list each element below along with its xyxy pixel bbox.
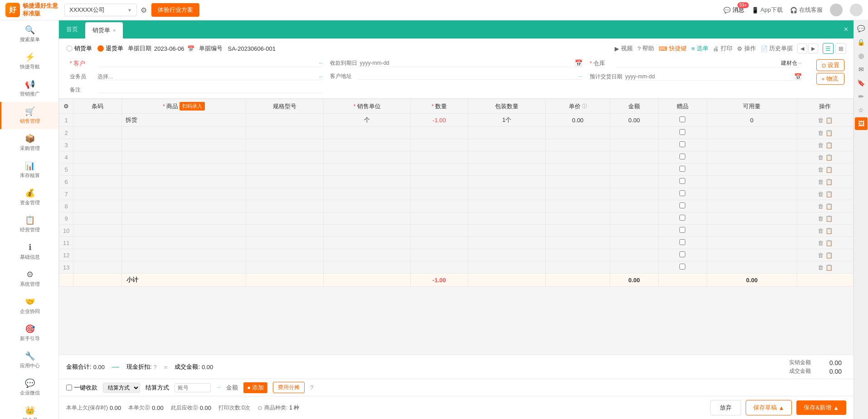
sidebar-item-marketing[interactable]: 📢 营销推广 [0, 75, 58, 102]
delete-icon[interactable]: 🗑 [818, 178, 824, 185]
cell-spec[interactable] [246, 176, 324, 188]
cell-unit[interactable] [324, 127, 411, 139]
sidebar-item-sales[interactable]: 🛒 销售管理 [0, 102, 58, 129]
gift-checkbox[interactable] [679, 251, 685, 257]
cell-amount[interactable] [610, 200, 659, 212]
cell-product[interactable] [122, 212, 246, 225]
salesperson-input[interactable] [97, 73, 318, 80]
discard-button[interactable]: 放弃 [710, 400, 741, 415]
cell-amount[interactable] [610, 127, 659, 139]
cell-gift[interactable] [658, 261, 707, 274]
cell-qty[interactable] [410, 151, 468, 164]
cell-barcode[interactable] [73, 212, 122, 225]
tab-sales-order[interactable]: 销货单 × [85, 22, 123, 39]
right-panel-btn-1[interactable]: 💬 [855, 22, 868, 35]
right-panel-btn-6[interactable]: ✏ [855, 90, 868, 103]
gift-checkbox[interactable] [679, 227, 685, 233]
cell-barcode[interactable] [73, 139, 122, 151]
cell-gift[interactable] [658, 188, 707, 200]
cell-unit[interactable] [324, 164, 411, 176]
cell-spec[interactable] [246, 164, 324, 176]
cell-spec[interactable] [246, 114, 324, 127]
gift-checkbox[interactable] [679, 264, 685, 270]
scan-button[interactable]: 扫码录入 [179, 102, 205, 111]
list-view-button[interactable]: ☰ [823, 43, 834, 54]
tab-home[interactable]: 首页 [59, 20, 85, 39]
cell-spec[interactable] [246, 200, 324, 212]
delete-icon[interactable]: 🗑 [818, 203, 824, 210]
cell-qty[interactable] [410, 164, 468, 176]
cell-product[interactable] [122, 237, 246, 249]
cell-pkg-qty[interactable] [468, 164, 546, 176]
cell-unit[interactable] [324, 249, 411, 261]
sidebar-item-search[interactable]: 🔍 搜索菜单 [0, 20, 58, 48]
cell-amount[interactable] [610, 151, 659, 164]
sidebar-item-system[interactable]: ⚙ 系统管理 [0, 265, 58, 292]
delete-icon[interactable]: 🗑 [818, 130, 824, 136]
cell-spec[interactable] [246, 249, 324, 261]
radio-return-order[interactable]: 退货单 [97, 44, 123, 53]
save-new-button[interactable]: 保存&新增 ▲ [796, 400, 846, 415]
delete-icon[interactable]: 🗑 [818, 215, 824, 222]
right-panel-btn-5[interactable]: 🔖 [855, 77, 868, 89]
warehouse-input[interactable] [617, 60, 781, 67]
gift-checkbox[interactable] [679, 190, 685, 196]
sidebar-item-quick-nav[interactable]: ⚡ 快捷导航 [0, 48, 58, 75]
delete-icon[interactable]: 🗑 [818, 117, 824, 124]
cell-barcode[interactable] [73, 151, 122, 164]
cell-unit[interactable]: 个 [324, 114, 411, 127]
cell-unit-price[interactable] [546, 127, 610, 139]
expense-split-button[interactable]: 费用分摊 [273, 382, 305, 393]
cell-unit-price[interactable]: 0.00 [546, 114, 610, 127]
company-selector[interactable]: XXXXXX公司 ▼ [64, 4, 137, 16]
user-avatar[interactable] [850, 4, 863, 16]
cell-product[interactable] [122, 176, 246, 188]
right-panel-btn-7[interactable]: ☆ [855, 104, 868, 116]
due-date-calendar-icon[interactable]: 📅 [575, 59, 582, 67]
delete-icon[interactable]: 🗑 [818, 191, 824, 197]
cell-qty[interactable] [410, 261, 468, 274]
trial-button[interactable]: 体验行业方案 [151, 3, 199, 17]
cell-qty[interactable] [410, 200, 468, 212]
select-order-button[interactable]: ≡ 选单 [691, 44, 708, 53]
cell-product[interactable] [122, 164, 246, 176]
salesperson-dots-icon[interactable]: ··· [319, 74, 322, 79]
add-button[interactable]: ● 添加 [243, 382, 267, 393]
cell-barcode[interactable] [73, 114, 122, 127]
right-panel-btn-2[interactable]: 🔒 [855, 36, 868, 48]
cell-unit-price[interactable] [546, 176, 610, 188]
cell-gift[interactable] [658, 237, 707, 249]
copy-icon[interactable]: 📋 [825, 252, 833, 259]
gift-checkbox[interactable] [679, 215, 685, 221]
right-panel-btn-3[interactable]: ◎ [855, 49, 868, 62]
cell-amount[interactable] [610, 176, 659, 188]
cell-product[interactable] [122, 200, 246, 212]
cell-unit[interactable] [324, 151, 411, 164]
cell-unit[interactable] [324, 176, 411, 188]
gift-checkbox[interactable] [679, 239, 685, 245]
cell-amount[interactable] [610, 237, 659, 249]
delete-icon[interactable]: 🗑 [818, 227, 824, 234]
cell-qty[interactable] [410, 176, 468, 188]
cell-gift[interactable] [658, 225, 707, 237]
customer-input[interactable] [97, 60, 318, 67]
cell-unit-price[interactable] [546, 164, 610, 176]
copy-icon[interactable]: 📋 [825, 166, 833, 173]
sidebar-item-member[interactable]: 👑 畅会员 [0, 401, 58, 419]
video-button[interactable]: ▶ 视频 [615, 44, 633, 53]
tab-close-icon[interactable]: × [113, 28, 116, 33]
cell-barcode[interactable] [73, 237, 122, 249]
col-settings-header[interactable]: ⚙ [59, 99, 73, 114]
cell-product[interactable] [122, 249, 246, 261]
cell-product[interactable] [122, 261, 246, 274]
payment-checkbox[interactable] [66, 385, 72, 390]
one-click-payment-checkbox[interactable]: 一键收款 [66, 384, 97, 392]
gift-checkbox[interactable] [679, 166, 685, 172]
cell-gift[interactable] [658, 114, 707, 127]
account-input[interactable] [175, 383, 211, 392]
cell-pkg-qty[interactable] [468, 200, 546, 212]
cell-spec[interactable] [246, 151, 324, 164]
next-record-button[interactable]: ▶ [808, 43, 818, 53]
cell-spec[interactable] [246, 188, 324, 200]
customer-dots-icon[interactable]: ··· [319, 61, 322, 66]
